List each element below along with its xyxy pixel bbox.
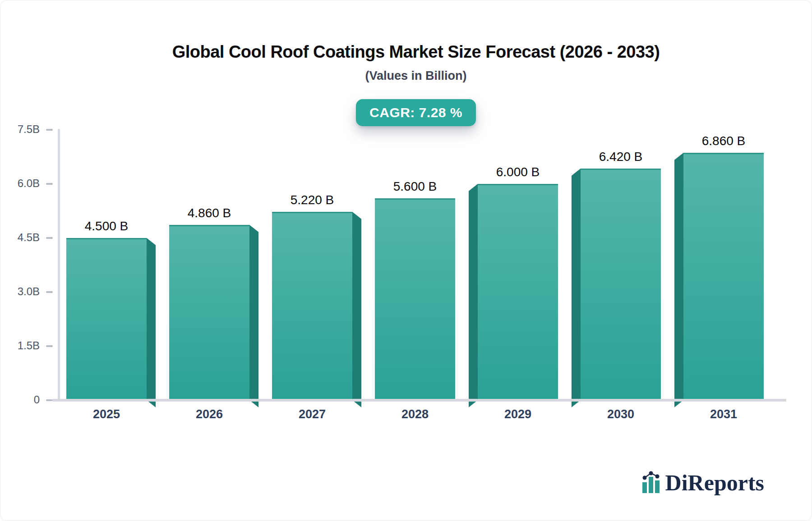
bar-side-panel [469, 184, 478, 407]
bar-side-panel [352, 212, 361, 407]
bar-side-panel [147, 238, 156, 407]
bar-2031: 6.860 B2031 [672, 130, 775, 400]
bar-face [478, 184, 558, 400]
x-axis-label: 2026 [158, 407, 261, 421]
x-axis-label: 2029 [466, 407, 569, 421]
y-tick-mark [46, 399, 53, 401]
bar-value-label: 6.420 B [567, 150, 675, 164]
x-axis-label: 2025 [55, 407, 158, 421]
x-axis-label: 2030 [569, 407, 672, 421]
y-tick-label: 1.5B [0, 339, 40, 352]
y-tick-mark [46, 237, 53, 239]
bar-2026: 4.860 B2026 [158, 130, 261, 400]
y-tick-mark [46, 129, 53, 131]
y-tick-label: 4.5B [0, 231, 40, 244]
bar-value-label: 4.500 B [52, 219, 161, 233]
x-axis-label: 2031 [672, 407, 775, 421]
direports-logo-icon [641, 471, 663, 493]
bar-face [169, 225, 249, 400]
bar-face [66, 238, 147, 400]
y-tick-mark [46, 183, 53, 185]
bar-value-label: 5.220 B [258, 193, 366, 207]
x-axis-label: 2028 [364, 407, 466, 421]
bar-face [375, 198, 455, 400]
bar-side-panel [572, 169, 581, 407]
bar-value-label: 5.600 B [361, 179, 469, 194]
plot-area: 01.5B3.0B4.5B6.0B7.5B 4.500 B20254.860 B… [0, 130, 812, 400]
y-tick-label: 6.0B [0, 177, 40, 190]
y-tick-mark [46, 291, 53, 293]
bar-face [581, 169, 661, 400]
chart-header: Global Cool Roof Coatings Market Size Fo… [0, 0, 812, 126]
bar-2030: 6.420 B2030 [569, 130, 672, 400]
y-tick-label: 0 [0, 393, 40, 406]
x-axis-label: 2027 [261, 407, 364, 421]
x-axis-line [53, 399, 786, 402]
bar-value-label: 4.860 B [155, 206, 263, 220]
bar-2029: 6.000 B2029 [466, 130, 569, 400]
bar-side-panel [249, 225, 258, 407]
y-tick-label: 7.5B [0, 123, 40, 136]
chart-title: Global Cool Roof Coatings Market Size Fo… [0, 0, 812, 62]
cagr-badge: CAGR: 7.28 % [356, 99, 476, 126]
chart-canvas: Global Cool Roof Coatings Market Size Fo… [0, 0, 812, 521]
y-axis: 01.5B3.0B4.5B6.0B7.5B [0, 130, 56, 400]
chart-subtitle: (Values in Billion) [0, 69, 812, 83]
y-tick-label: 3.0B [0, 285, 40, 298]
y-tick-mark [46, 345, 53, 347]
bar-face [272, 212, 352, 400]
bar-side-panel [674, 153, 683, 407]
bar-2027: 5.220 B2027 [261, 130, 364, 400]
bar-value-label: 6.000 B [464, 165, 572, 179]
direports-logo: DiReports [641, 471, 764, 493]
bar-2025: 4.500 B2025 [55, 130, 158, 400]
direports-logo-text: DiReports [665, 473, 764, 493]
bar-2028: 5.600 B2028 [364, 130, 466, 400]
bars: 4.500 B20254.860 B20265.220 B20275.600 B… [55, 130, 775, 400]
bar-face [683, 153, 764, 400]
bar-value-label: 6.860 B [669, 134, 778, 148]
